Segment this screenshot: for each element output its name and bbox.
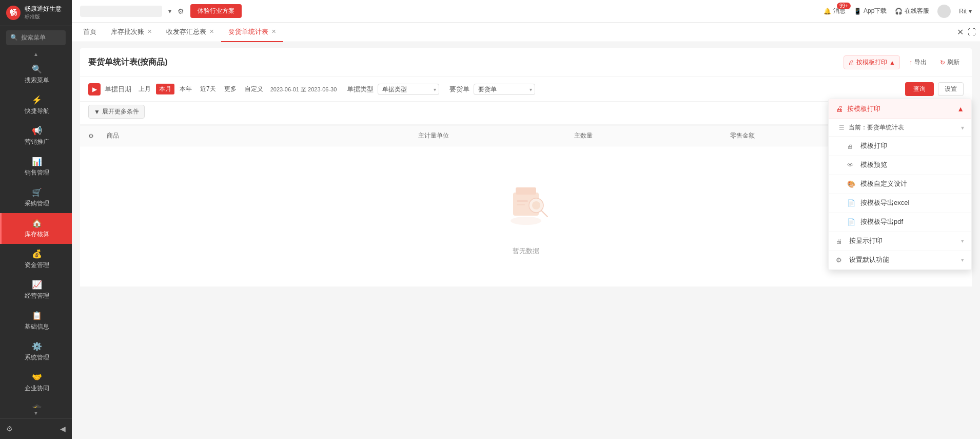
app-download-action[interactable]: 📱 App下载 — [854, 7, 887, 15]
maximize-window-button[interactable]: ⛶ — [968, 28, 976, 37]
tab-close-order-stats[interactable]: ✕ — [271, 28, 276, 35]
collapse-sidebar-icon[interactable]: ◀ — [60, 425, 66, 433]
template-print-icon: 🖨 — [847, 142, 855, 150]
search-icon: 🔍 — [32, 64, 42, 74]
header-gear-icon[interactable]: ⚙ — [178, 7, 184, 15]
query-button[interactable]: 查询 — [905, 82, 934, 96]
current-template-row[interactable]: ☰ 当前：要货单统计表 ▾ — [829, 119, 971, 137]
dropdown-expandable-set-default[interactable]: ⚙设置默认功能▾ — [829, 251, 971, 270]
sidebar-item-basic[interactable]: 📋基础信息 — [0, 306, 72, 336]
set-default-icon: ⚙ — [836, 256, 844, 264]
user-avatar[interactable] — [937, 5, 951, 18]
inventory-icon: 🏠 — [32, 218, 42, 228]
online-service-action[interactable]: 🎧 在线客服 — [895, 7, 929, 15]
nav-label-operation: 经营管理 — [25, 292, 49, 300]
basic-icon: 📋 — [32, 311, 42, 320]
header-dropdown-icon[interactable]: ▾ — [168, 8, 171, 15]
sidebar-search-area[interactable]: 🔍 搜索菜单 — [0, 26, 72, 49]
sidebar-item-purchase[interactable]: 🛒采购管理 — [0, 182, 72, 213]
date-btn-this_month[interactable]: 本月 — [156, 84, 174, 94]
tab-label-inventory-batch: 库存批次账 — [111, 27, 144, 36]
sidebar-item-finance[interactable]: 💰资金管理 — [0, 244, 72, 275]
logo-title: 畅康通好生意 — [25, 5, 62, 13]
sidebar-item-sales[interactable]: 📊销售管理 — [0, 151, 72, 182]
sidebar-scroll-down[interactable]: ▼ — [32, 409, 40, 417]
logo-text-block: 畅康通好生意 标准版 — [25, 5, 62, 21]
close-window-button[interactable]: ✕ — [957, 27, 964, 37]
sidebar-item-collab[interactable]: 🤝企业协同 — [0, 367, 72, 398]
sidebar-item-search[interactable]: 🔍搜索菜单 — [0, 59, 72, 90]
goods-filter-select-wrap[interactable]: 要货单 — [474, 84, 535, 95]
sidebar-item-system[interactable]: ⚙️系统管理 — [0, 336, 72, 367]
dropdown-item-template-pdf[interactable]: 📄按模板导出pdf — [829, 213, 971, 232]
filter-expand-button[interactable]: ▶ — [88, 83, 101, 96]
tab-inventory-batch[interactable]: 库存批次账 ✕ — [104, 23, 159, 42]
nav-label-finance: 资金管理 — [25, 261, 49, 270]
user-dropdown-icon: ▾ — [969, 8, 972, 15]
sidebar-item-marketing[interactable]: 📢营销推广 — [0, 121, 72, 151]
dropdown-item-template-preview[interactable]: 👁模板预览 — [829, 156, 971, 175]
user-name-display[interactable]: Rit ▾ — [959, 8, 972, 15]
tab-receipt-summary[interactable]: 收发存汇总表 ✕ — [159, 23, 221, 42]
tab-close-receipt-summary[interactable]: ✕ — [209, 28, 214, 35]
dropdown-collapse-button[interactable]: ▲ — [957, 105, 964, 113]
export-button[interactable]: ↑ 导出 — [905, 56, 931, 69]
sidebar-item-shortcut[interactable]: ⚡快捷导航 — [0, 90, 72, 121]
nav-label-search: 搜索菜单 — [25, 76, 49, 85]
order-type-select[interactable]: 单据类型 — [378, 84, 439, 95]
tab-close-inventory-batch[interactable]: ✕ — [147, 28, 152, 35]
sidebar-bottom: ⚙ ◀ — [0, 418, 72, 439]
sidebar-item-inventory[interactable]: 🏠库存核算 — [0, 213, 72, 244]
dropdown-expandable-display-print[interactable]: 🖨按显示打印▾ — [829, 232, 971, 251]
table-col-goods: 商品 — [107, 131, 418, 140]
table-col-settings[interactable]: ⚙ — [88, 132, 107, 140]
settings-button[interactable]: 设置 — [938, 82, 964, 96]
sidebar-scroll-up[interactable]: ▲ — [32, 50, 40, 58]
user-name-text: Rit — [959, 8, 967, 15]
template-preview-icon: 👁 — [847, 161, 855, 169]
sidebar-nav: 🔍搜索菜单⚡快捷导航📢营销推广📊销售管理🛒采购管理🏠库存核算💰资金管理📈经营管理… — [0, 59, 72, 408]
order-type-label: 单据类型 — [347, 85, 374, 94]
refresh-label: 刷新 — [947, 58, 959, 67]
tab-order-stats[interactable]: 要货单统计表 ✕ — [221, 23, 283, 42]
display-print-icon: 🖨 — [836, 237, 844, 245]
col-settings-icon[interactable]: ⚙ — [88, 132, 94, 140]
print-template-button[interactable]: 🖨 按模板打印 ▲ — [844, 55, 900, 69]
finance-icon: 💰 — [32, 249, 42, 259]
dropdown-item-template-excel[interactable]: 📄按模板导出excel — [829, 194, 971, 213]
shortcut-icon: ⚡ — [32, 95, 42, 105]
nav-label-marketing: 营销推广 — [25, 138, 49, 146]
tab-home[interactable]: 首页 — [76, 23, 104, 42]
print-template-label: 按模板打印 — [856, 58, 887, 67]
sidebar-item-operation[interactable]: 📈经营管理 — [0, 275, 72, 306]
online-service-label: 在线客服 — [905, 7, 929, 15]
date-btn-this_year[interactable]: 本年 — [177, 84, 195, 94]
expand-icon: ▼ — [94, 108, 100, 116]
settings-gear-icon[interactable]: ⚙ — [6, 425, 13, 433]
date-btn-custom[interactable]: 自定义 — [242, 84, 266, 94]
nav-label-purchase: 采购管理 — [25, 199, 49, 208]
tab-label-order-stats: 要货单统计表 — [228, 27, 268, 36]
export-label: 导出 — [914, 58, 927, 67]
date-btn-more[interactable]: 更多 — [221, 84, 240, 94]
display-print-label: 按显示打印 — [849, 236, 956, 245]
empty-text: 暂无数据 — [513, 246, 539, 256]
collab-icon: 🤝 — [32, 372, 42, 382]
order-type-select-wrap[interactable]: 单据类型 — [378, 84, 439, 95]
expand-more-button[interactable]: ▼ 展开更多条件 — [88, 105, 145, 119]
phone-icon: 📱 — [854, 8, 861, 15]
sidebar-logo: 畅 畅康通好生意 标准版 — [0, 0, 72, 26]
dropdown-item-template-custom[interactable]: 🎨模板自定义设计 — [829, 175, 971, 194]
search-menu-button[interactable]: 🔍 搜索菜单 — [6, 30, 66, 45]
messages-action[interactable]: 🔔 消息 99+ — [824, 7, 846, 15]
nav-label-inventory: 库存核算 — [25, 230, 49, 239]
date-btn-last7days[interactable]: 近7天 — [197, 84, 219, 94]
header-search-input[interactable] — [80, 6, 162, 17]
goods-filter-select[interactable]: 要货单 — [474, 84, 535, 95]
trial-plan-button[interactable]: 体验行业方案 — [190, 4, 242, 18]
sidebar-item-guide[interactable]: 🎓新手引导 — [0, 398, 72, 408]
dropdown-item-template-print[interactable]: 🖨模板打印 — [829, 137, 971, 156]
date-btn-prev_month[interactable]: 上月 — [135, 84, 154, 94]
app-download-label: App下载 — [864, 7, 887, 15]
refresh-button[interactable]: ↻ 刷新 — [936, 56, 964, 69]
